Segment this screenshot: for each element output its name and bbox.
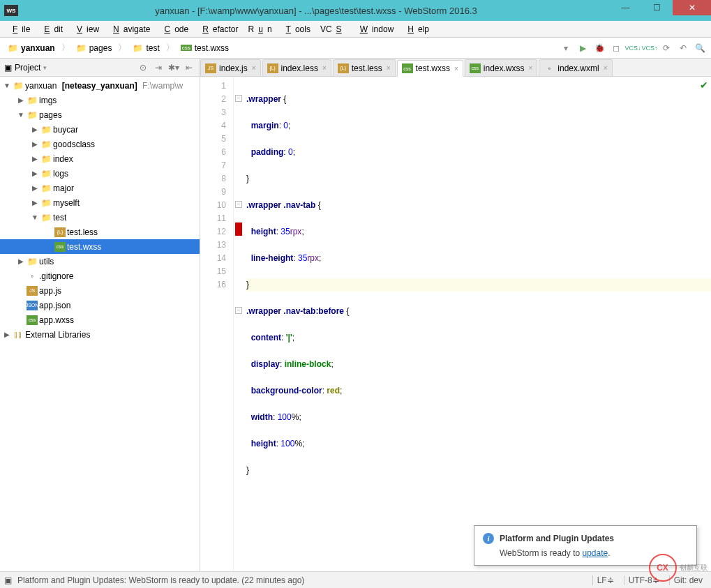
status-bar: ▣ Platform and Plugin Updates: WebStorm … xyxy=(0,571,711,588)
css-icon: css xyxy=(27,315,38,325)
tree-item-test-wxss[interactable]: css test.wxss xyxy=(0,239,200,254)
folder-icon: 📁 xyxy=(27,257,38,266)
code-editor[interactable]: ✔ 12345678910111213141516 −.wrapper { ma… xyxy=(200,77,711,571)
folder-icon: 📁 xyxy=(40,154,52,164)
library-icon: ⫿⫿ xyxy=(13,330,24,340)
tab-test-wxss[interactable]: csstest.wxss× xyxy=(397,60,463,77)
vcs-commit-button[interactable]: VCS↑ xyxy=(642,40,657,56)
less-icon: {L} xyxy=(54,227,66,237)
tree-item-test-less[interactable]: {L} test.less xyxy=(0,225,200,239)
folder-icon: 📁 xyxy=(133,43,143,53)
css-file-icon: css xyxy=(181,45,192,51)
folder-icon: 📁 xyxy=(40,213,52,223)
tab-index-js[interactable]: JSindex.js× xyxy=(200,59,261,76)
project-tree[interactable]: ▼📁 yanxuan [neteasy_yanxuan] F:\wamp\w ▶… xyxy=(0,77,200,571)
close-tab-icon[interactable]: × xyxy=(252,64,256,72)
tree-item-goodsclass[interactable]: ▶📁 goodsclass xyxy=(0,137,200,151)
tree-item-pages[interactable]: ▼📁 pages xyxy=(0,107,200,122)
update-link[interactable]: update xyxy=(583,548,608,558)
navigation-bar: 📁yanxuan 〉 📁pages 〉 📁test 〉 csstest.wxss… xyxy=(0,38,711,59)
code-content[interactable]: −.wrapper { margin: 0; padding: 0; } −.w… xyxy=(244,77,711,571)
menu-vcs[interactable]: VCS xyxy=(316,23,350,36)
folder-icon: 📁 xyxy=(40,125,52,135)
settings-icon[interactable]: ✱▾ xyxy=(167,61,180,74)
tree-root[interactable]: ▼📁 yanxuan [neteasy_yanxuan] F:\wamp\w xyxy=(0,78,200,93)
info-icon: i xyxy=(483,533,494,544)
less-icon: {L} xyxy=(338,63,349,73)
menu-edit[interactable]: Edit xyxy=(36,23,67,36)
folder-icon: 📁 xyxy=(76,43,87,53)
folder-icon: 📁 xyxy=(40,169,52,179)
tree-item-myselft[interactable]: ▶📁 myselft xyxy=(0,195,200,210)
menu-code[interactable]: Code xyxy=(156,23,193,36)
breadcrumb-root[interactable]: 📁yanxuan xyxy=(3,40,60,56)
tab-test-less[interactable]: {L}test.less× xyxy=(333,59,396,76)
menu-view[interactable]: View xyxy=(68,23,103,36)
menu-navigate[interactable]: Navigate xyxy=(105,23,154,36)
undo-button[interactable]: ↶ xyxy=(675,40,691,56)
menu-help[interactable]: Help xyxy=(399,23,433,36)
inspection-ok-icon: ✔ xyxy=(700,80,708,91)
external-libraries[interactable]: ▶⫿⫿ External Libraries xyxy=(0,327,200,342)
project-tool-icon: ▣ xyxy=(4,63,12,73)
tree-item-test[interactable]: ▼📁 test xyxy=(0,210,200,225)
close-tab-icon[interactable]: × xyxy=(604,64,608,72)
folder-icon: 📁 xyxy=(40,140,52,149)
tree-item-app-json[interactable]: JSON app.json xyxy=(0,298,200,312)
folder-icon: 📁 xyxy=(13,81,24,91)
minimize-button[interactable]: — xyxy=(610,0,641,15)
menu-tools[interactable]: Tools xyxy=(278,23,315,36)
search-button[interactable]: 🔍 xyxy=(692,40,708,56)
sync-button[interactable]: ⟳ xyxy=(659,40,674,56)
dropdown-button[interactable]: ▾ xyxy=(558,40,574,56)
line-separator[interactable]: LF≑ xyxy=(592,575,618,585)
breadcrumb-pages[interactable]: 📁pages xyxy=(71,40,117,56)
title-bar: WS yanxuan - [F:\wamp\www\yanxuan] - ...… xyxy=(0,0,711,21)
js-icon: JS xyxy=(205,63,216,73)
breadcrumb-file[interactable]: csstest.wxss xyxy=(176,40,234,56)
debug-button[interactable]: 🐞 xyxy=(592,40,607,56)
chevron-right-icon: 〉 xyxy=(165,42,176,54)
watermark: CX 创新互联 xyxy=(645,551,711,585)
run-button[interactable]: ▶ xyxy=(575,40,590,56)
tree-item-index[interactable]: ▶📁 index xyxy=(0,151,200,166)
scroll-to-icon[interactable]: ⇥ xyxy=(152,61,165,74)
tab-index-wxml[interactable]: ▫index.wxml× xyxy=(539,59,612,76)
collapse-all-icon[interactable]: ⊙ xyxy=(137,61,149,74)
hide-icon[interactable]: ⇤ xyxy=(183,61,195,74)
tree-item-imgs[interactable]: ▶📁 imgs xyxy=(0,93,200,107)
menu-bar: File Edit View Navigate Code Refactor Ru… xyxy=(0,21,711,38)
close-tab-icon[interactable]: × xyxy=(528,64,532,72)
app-logo: WS xyxy=(4,5,18,16)
status-message: Platform and Plugin Updates: WebStorm is… xyxy=(17,575,304,585)
close-button[interactable]: ✕ xyxy=(673,0,711,15)
tree-item-buycar[interactable]: ▶📁 buycar xyxy=(0,122,200,137)
folder-icon: 📁 xyxy=(27,96,38,105)
tree-item-logs[interactable]: ▶📁 logs xyxy=(0,166,200,181)
menu-run[interactable]: Run xyxy=(244,23,276,36)
close-tab-icon[interactable]: × xyxy=(454,65,458,73)
close-tab-icon[interactable]: × xyxy=(387,64,391,72)
tree-item-app-js[interactable]: JS app.js xyxy=(0,283,200,298)
stop-button[interactable]: ◻ xyxy=(608,40,624,56)
tree-item-app-wxss[interactable]: css app.wxss xyxy=(0,312,200,327)
editor-tabs: JSindex.js×{L}index.less×{L}test.less×cs… xyxy=(200,59,711,77)
window-title: yanxuan - [F:\wamp\www\yanxuan] - ...\pa… xyxy=(22,6,610,16)
maximize-button[interactable]: ☐ xyxy=(641,0,673,15)
menu-refactor[interactable]: Refactor xyxy=(194,23,242,36)
menu-file[interactable]: File xyxy=(4,23,34,36)
color-swatch-icon[interactable] xyxy=(235,223,242,236)
folder-icon: 📁 xyxy=(8,43,18,53)
folder-icon: 📁 xyxy=(40,198,52,208)
vcs-update-button[interactable]: VCS↓ xyxy=(625,40,641,56)
tab-index-wxss[interactable]: cssindex.wxss× xyxy=(465,59,538,76)
tree-item-major[interactable]: ▶📁 major xyxy=(0,181,200,195)
breadcrumb-test[interactable]: 📁test xyxy=(128,40,164,56)
close-tab-icon[interactable]: × xyxy=(322,64,327,72)
tab-index-less[interactable]: {L}index.less× xyxy=(262,59,331,76)
popup-title: Platform and Plugin Updates xyxy=(500,534,614,543)
tree-item-utils[interactable]: ▶📁 utils xyxy=(0,254,200,269)
status-icon[interactable]: ▣ xyxy=(4,575,12,585)
tree-item--gitignore[interactable]: ▫ .gitignore xyxy=(0,269,200,283)
menu-window[interactable]: Window xyxy=(352,23,398,36)
